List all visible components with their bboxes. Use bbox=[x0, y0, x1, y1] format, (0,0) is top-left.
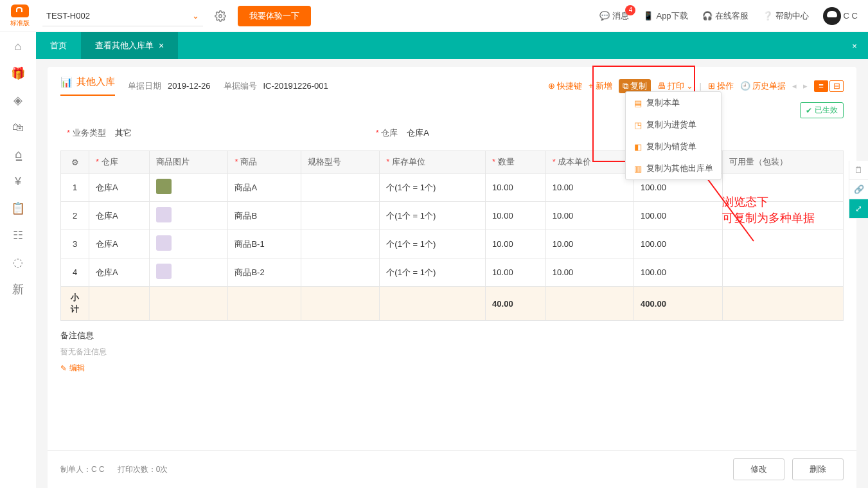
service-link[interactable]: 🎧 在线客服 bbox=[702, 10, 748, 22]
check-icon: ✔ bbox=[806, 106, 812, 115]
box-icon: ◳ bbox=[633, 120, 642, 129]
copy-icon: ⧉ bbox=[623, 81, 628, 91]
card-view-toggle[interactable]: ⊟ bbox=[829, 80, 844, 92]
target-icon: ⊕ bbox=[548, 81, 555, 91]
table-row[interactable]: 2 仓库A 商品B 个(1个 = 1个) 10.00 10.00 100.00 bbox=[61, 202, 844, 230]
doc-no: IC-20191226-001 bbox=[263, 81, 328, 91]
chat-icon: 💬 bbox=[599, 11, 610, 21]
table-row[interactable]: 1 仓库A 商品A 个(1个 = 1个) 10.00 10.00 100.00 bbox=[61, 174, 844, 202]
messages-link[interactable]: 💬 消息 4 bbox=[599, 10, 629, 22]
page-tabs: 首页 查看其他入库单 × × bbox=[36, 32, 868, 59]
history-button[interactable]: 🕘历史单据 bbox=[740, 80, 786, 92]
remark-title: 备注信息 bbox=[60, 330, 844, 341]
dropdown-copy-sale[interactable]: ◧复制为销货单 bbox=[626, 136, 721, 158]
headset-icon: 🎧 bbox=[702, 11, 713, 21]
print-icon: 🖶 bbox=[657, 81, 666, 91]
table-row[interactable]: 4 仓库A 商品B-2 个(1个 = 1个) 10.00 10.00 100.0… bbox=[61, 258, 844, 287]
biztype-value: 其它 bbox=[115, 127, 132, 139]
modify-button[interactable]: 修改 bbox=[733, 458, 784, 480]
list-view-toggle[interactable]: ≡ bbox=[814, 80, 828, 92]
user-menu[interactable]: C C bbox=[823, 7, 858, 25]
product-image-icon bbox=[156, 264, 172, 279]
logo-icon bbox=[11, 5, 29, 17]
add-button[interactable]: +新增 bbox=[589, 80, 612, 92]
doc-date-label: 单据日期 bbox=[128, 80, 161, 92]
tab-view-other-inbound[interactable]: 查看其他入库单 × bbox=[81, 32, 178, 59]
grid-icon: ⊞ bbox=[708, 81, 715, 91]
out-icon: ▥ bbox=[633, 164, 642, 173]
items-table: ⚙ 仓库 商品图片 商品 规格型号 库存单位 数量 成本单价 成本金额 可用 bbox=[60, 150, 844, 321]
svg-point-0 bbox=[219, 14, 222, 17]
dropdown-copy-this[interactable]: ▤复制本单 bbox=[626, 92, 721, 114]
plus-icon: + bbox=[589, 81, 594, 91]
help-icon: ❔ bbox=[763, 11, 773, 21]
tab-home[interactable]: 首页 bbox=[36, 32, 81, 59]
next-icon[interactable]: ▸ bbox=[803, 81, 808, 91]
inbound-icon: 📊 bbox=[60, 77, 73, 88]
operations-button[interactable]: ⊞操作 bbox=[708, 80, 734, 92]
expand-icon[interactable]: ⤢ bbox=[849, 199, 868, 219]
org-name: TEST-H002 bbox=[46, 11, 90, 21]
link-icon[interactable]: 🔗 bbox=[849, 180, 868, 199]
logo-label: 标准版 bbox=[10, 19, 30, 28]
avatar bbox=[823, 7, 841, 25]
chevron-down-icon: ⌄ bbox=[192, 11, 199, 21]
topbar: 标准版 TEST-H002 ⌄ 我要体验一下 💬 消息 4 📱 App下载 🎧 … bbox=[0, 0, 868, 32]
printcount-info: 打印次数：0次 bbox=[118, 464, 168, 475]
help-link[interactable]: ❔ 帮助中心 bbox=[763, 10, 809, 22]
warehouse-icon[interactable]: ⌂̲ bbox=[12, 148, 24, 161]
col-available: 可用量（包装） bbox=[722, 151, 844, 174]
new-icon[interactable]: 新 bbox=[12, 283, 24, 296]
col-spec: 规格型号 bbox=[301, 151, 380, 174]
dropdown-copy-inbound[interactable]: ◳复制为进货单 bbox=[626, 114, 721, 136]
prev-icon[interactable]: ◂ bbox=[792, 81, 797, 91]
gear-icon[interactable] bbox=[215, 10, 226, 22]
close-all-tabs[interactable]: × bbox=[841, 32, 868, 59]
history-icon: 🕘 bbox=[740, 81, 750, 91]
gear-icon: ⚙ bbox=[71, 158, 79, 167]
bag-icon[interactable]: 🛍 bbox=[12, 121, 24, 134]
diamond-icon[interactable]: ◈ bbox=[12, 94, 24, 107]
remark-empty: 暂无备注信息 bbox=[60, 347, 844, 357]
app-download-link[interactable]: 📱 App下载 bbox=[643, 10, 687, 22]
recycle-icon[interactable]: ◌ bbox=[12, 256, 24, 269]
logo: 标准版 bbox=[10, 5, 30, 28]
shortcut-link[interactable]: ⊕快捷键 bbox=[548, 80, 582, 92]
print-button[interactable]: 🖶打印 ⌄ bbox=[657, 80, 693, 92]
doc-date: 2019-12-26 bbox=[168, 81, 211, 91]
col-warehouse: 仓库 bbox=[89, 151, 150, 174]
col-image: 商品图片 bbox=[149, 151, 228, 174]
message-badge: 4 bbox=[625, 5, 635, 15]
col-gear[interactable]: ⚙ bbox=[61, 151, 89, 174]
warehouse-value: 仓库A bbox=[407, 127, 429, 139]
doc-icon: ▤ bbox=[633, 98, 642, 107]
col-unit: 库存单位 bbox=[380, 151, 486, 174]
subtotal-row: 小计 40.00 400.00 bbox=[61, 287, 844, 321]
close-icon[interactable]: × bbox=[159, 41, 164, 51]
try-button[interactable]: 我要体验一下 bbox=[238, 6, 311, 26]
product-image-icon bbox=[156, 179, 172, 194]
doc-no-label: 单据编号 bbox=[224, 80, 257, 92]
money-icon[interactable]: ¥ bbox=[12, 175, 24, 188]
home-icon[interactable]: ⌂ bbox=[12, 40, 24, 53]
note-icon[interactable]: 🗒 bbox=[849, 161, 868, 180]
org-selector[interactable]: TEST-H002 ⌄ bbox=[42, 6, 203, 26]
clipboard-icon[interactable]: 📋 bbox=[12, 202, 24, 215]
table-row[interactable]: 3 仓库A 商品B-1 个(1个 = 1个) 10.00 10.00 100.0… bbox=[61, 230, 844, 258]
phone-icon: 📱 bbox=[643, 11, 653, 21]
warehouse-label: 仓库 bbox=[376, 127, 398, 139]
edit-icon: ✎ bbox=[60, 364, 67, 373]
col-price: 成本单价 bbox=[545, 151, 633, 174]
maker-info: 制单人：C C bbox=[60, 464, 105, 475]
chevron-down-icon: ⌄ bbox=[686, 81, 693, 91]
product-image-icon bbox=[156, 235, 172, 251]
delete-button[interactable]: 删除 bbox=[792, 458, 844, 480]
edit-remark-link[interactable]: ✎编辑 bbox=[60, 363, 844, 374]
dropdown-copy-other-out[interactable]: ▥复制为其他出库单 bbox=[626, 158, 721, 179]
col-qty: 数量 bbox=[486, 151, 546, 174]
gift-icon[interactable]: 🎁 bbox=[12, 67, 24, 80]
tag-icon: ◧ bbox=[633, 142, 642, 151]
contacts-icon[interactable]: ☷ bbox=[12, 229, 24, 242]
product-image-icon bbox=[156, 207, 172, 222]
doc-type-tab[interactable]: 📊 其他入库 bbox=[60, 76, 115, 96]
